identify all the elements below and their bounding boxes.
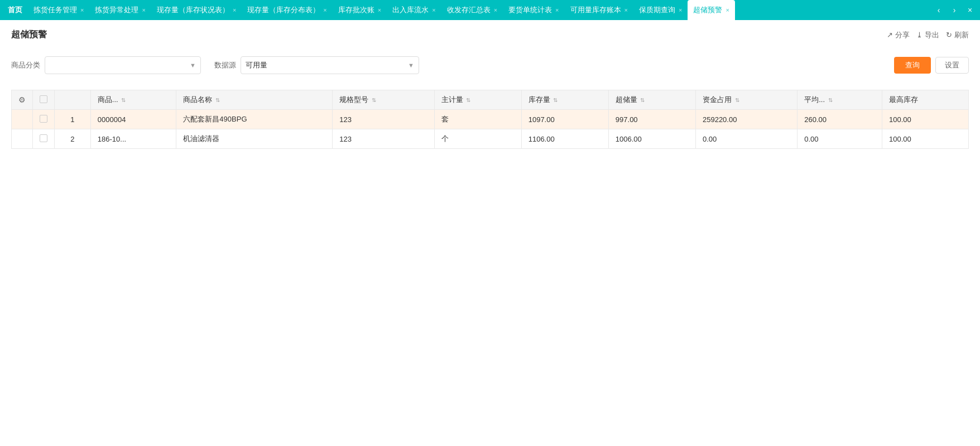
th-product-code-label: 商品...	[98, 95, 118, 104]
nav-item-available-account[interactable]: 可用量库存账本 ×	[565, 0, 633, 20]
nav-label-quality-check: 保质期查询	[639, 5, 675, 15]
category-select[interactable]: ▼	[45, 56, 201, 74]
td-checkbox-1	[33, 129, 55, 149]
table-header-row: ⚙ 商品... ⇅ 商品名称 ⇅ 规格型号 ⇅	[12, 90, 969, 110]
td-overstock-1: 1006.00	[608, 129, 695, 149]
close-icon-task-mgmt[interactable]: ×	[80, 7, 84, 13]
nav-home[interactable]: 首页	[2, 0, 28, 20]
th-overstock[interactable]: 超储量 ⇅	[608, 90, 695, 110]
sort-icon-capital[interactable]: ⇅	[735, 97, 739, 103]
td-overstock-0: 997.00	[608, 110, 695, 129]
td-spec-1: 123	[333, 129, 434, 149]
datasource-filter-group: 数据源 可用量 ▼	[214, 56, 419, 74]
th-product-code[interactable]: 商品... ⇅	[90, 90, 176, 110]
share-button[interactable]: ↗ 分享	[887, 30, 910, 40]
td-unit-0: 套	[434, 110, 521, 129]
close-icon-order-stats[interactable]: ×	[555, 7, 559, 13]
close-icon-batch-account[interactable]: ×	[378, 7, 381, 13]
th-gear: ⚙	[12, 90, 33, 110]
close-icon-overstock-warning[interactable]: ×	[726, 7, 729, 13]
close-icon-receive-summary[interactable]: ×	[494, 7, 497, 13]
th-avg[interactable]: 平均... ⇅	[798, 90, 882, 110]
nav-item-receive-summary[interactable]: 收发存汇总表 ×	[441, 0, 503, 20]
data-table: ⚙ 商品... ⇅ 商品名称 ⇅ 规格型号 ⇅	[11, 90, 969, 149]
th-unit-label: 主计量	[441, 95, 463, 104]
nav-item-inventory-dist[interactable]: 现存量（库存分布表） ×	[242, 0, 332, 20]
th-product-name[interactable]: 商品名称 ⇅	[176, 90, 333, 110]
nav-close-button[interactable]: ×	[962, 0, 978, 20]
nav-label-task-mgmt: 拣货任务管理	[33, 5, 77, 15]
nav-item-quality-check[interactable]: 保质期查询 ×	[633, 0, 688, 20]
close-icon-exception[interactable]: ×	[142, 7, 145, 13]
category-dropdown-icon: ▼	[190, 62, 196, 69]
nav-prev-button[interactable]: ‹	[931, 0, 947, 20]
close-icon-available-account[interactable]: ×	[624, 7, 628, 13]
close-icon-inventory-status[interactable]: ×	[233, 7, 236, 13]
sort-icon-spec[interactable]: ⇅	[372, 97, 376, 103]
sort-icon-overstock[interactable]: ⇅	[640, 97, 645, 103]
td-stock-0: 1097.00	[521, 110, 608, 129]
td-avg-1: 0.00	[798, 129, 882, 149]
th-unit[interactable]: 主计量 ⇅	[434, 90, 521, 110]
th-max-stock-label: 最高库存	[889, 95, 918, 104]
sort-icon-stock[interactable]: ⇅	[553, 97, 558, 103]
share-label: 分享	[895, 30, 910, 40]
sort-icon-product-code[interactable]: ⇅	[121, 97, 126, 103]
th-stock[interactable]: 库存量 ⇅	[521, 90, 608, 110]
td-product-code-1: 186-10...	[90, 129, 176, 149]
close-icon-inventory-dist[interactable]: ×	[323, 7, 326, 13]
nav-label-receive-summary: 收发存汇总表	[447, 5, 491, 15]
nav-item-overstock-warning[interactable]: 超储预警 ×	[688, 0, 734, 20]
th-overstock-label: 超储量	[616, 95, 637, 104]
header-checkbox[interactable]	[40, 95, 47, 103]
datasource-select-value: 可用量	[246, 60, 267, 70]
td-stock-1: 1106.00	[521, 129, 608, 149]
td-product-name-0: 六配套新昌490BPG	[176, 110, 333, 129]
row-checkbox-1[interactable]	[40, 134, 47, 142]
datasource-filter-label: 数据源	[214, 60, 236, 70]
nav-label-overstock-warning: 超储预警	[693, 5, 722, 15]
nav-item-batch-account[interactable]: 库存批次账 ×	[333, 0, 387, 20]
nav-label-inventory-status: 现存量（库存状况表）	[157, 5, 229, 15]
th-max-stock[interactable]: 最高库存	[882, 90, 969, 110]
settings-button[interactable]: 设置	[935, 57, 969, 74]
export-label: 导出	[925, 30, 939, 40]
nav-next-button[interactable]: ›	[947, 0, 962, 20]
td-gear-0	[12, 110, 33, 129]
nav-item-inventory-status[interactable]: 现存量（库存状况表） ×	[151, 0, 242, 20]
nav-label-inout-flow: 出入库流水	[392, 5, 429, 15]
category-filter-label: 商品分类	[11, 60, 40, 70]
datasource-select[interactable]: 可用量 ▼	[241, 56, 419, 74]
export-button[interactable]: ⤓ 导出	[916, 30, 939, 40]
category-filter-group: 商品分类 ▼	[11, 56, 201, 74]
td-capital-0: 259220.00	[695, 110, 797, 129]
th-capital[interactable]: 资金占用 ⇅	[695, 90, 797, 110]
close-icon-quality-check[interactable]: ×	[679, 7, 682, 13]
refresh-icon: ↻	[946, 31, 952, 39]
table-row: 2 186-10... 机油滤清器 123 个 1106.00 1006.00 …	[12, 129, 969, 149]
refresh-button[interactable]: ↻ 刷新	[946, 30, 969, 40]
th-spec-label: 规格型号	[339, 95, 368, 104]
nav-home-label: 首页	[8, 5, 22, 15]
close-icon-inout-flow[interactable]: ×	[432, 7, 435, 13]
td-spec-0: 123	[333, 110, 434, 129]
th-spec[interactable]: 规格型号 ⇅	[333, 90, 434, 110]
th-capital-label: 资金占用	[703, 95, 732, 104]
td-max-stock-1: 100.00	[882, 129, 969, 149]
nav-item-task-mgmt[interactable]: 拣货任务管理 ×	[28, 0, 89, 20]
sort-icon-product-name[interactable]: ⇅	[215, 97, 220, 103]
th-checkbox	[33, 90, 55, 110]
row-checkbox-0[interactable]	[40, 115, 47, 123]
nav-label-available-account: 可用量库存账本	[570, 5, 621, 15]
nav-item-order-stats[interactable]: 要货单统计表 ×	[503, 0, 564, 20]
th-stock-label: 库存量	[529, 95, 550, 104]
query-button[interactable]: 查询	[894, 57, 931, 74]
sort-icon-unit[interactable]: ⇅	[466, 97, 470, 103]
nav-label-order-stats: 要货单统计表	[508, 5, 552, 15]
td-product-code-0: 0000004	[90, 110, 176, 129]
sort-icon-avg[interactable]: ⇅	[828, 97, 833, 103]
gear-icon[interactable]: ⚙	[18, 95, 26, 104]
header-actions: ↗ 分享 ⤓ 导出 ↻ 刷新	[887, 30, 969, 40]
nav-item-exception[interactable]: 拣货异常处理 ×	[89, 0, 151, 20]
nav-item-inout-flow[interactable]: 出入库流水 ×	[387, 0, 441, 20]
